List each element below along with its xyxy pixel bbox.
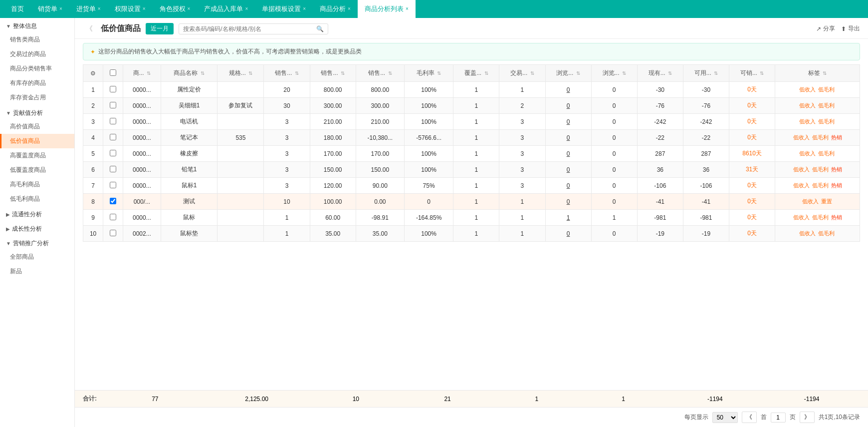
nav-close-icon[interactable]: × [98,0,101,18]
first-page-button[interactable]: 《 [742,412,757,423]
col-header-name[interactable]: 商品名称 ⇅ [161,65,217,82]
row-checkbox[interactable] [110,134,116,140]
nav-item-权限设置[interactable]: 权限设置× [108,0,153,18]
select-all-checkbox[interactable] [110,69,116,76]
sidebar-item-库存资金占用[interactable]: 库存资金占用 [0,90,74,105]
views-link[interactable]: 0 [567,118,570,125]
col-header-current_stock[interactable]: 现有... ⇅ [637,65,683,82]
nav-item-销货单[interactable]: 销货单× [31,0,69,18]
nav-item-角色授权[interactable]: 角色授权× [153,0,198,18]
nav-item-进货单[interactable]: 进货单× [69,0,108,18]
col-header-code[interactable]: 商... ⇅ [123,65,161,82]
cell-checkbox[interactable] [103,210,123,226]
sidebar-group-流通性分析[interactable]: ▶流通性分析 [0,206,74,221]
views-link[interactable]: 0 [567,166,570,173]
cell-checkbox[interactable] [103,114,123,130]
sidebar-item-销售类商品[interactable]: 销售类商品 [0,32,74,47]
sidebar-item-新品[interactable]: 新品 [0,264,74,279]
cell-views1[interactable]: 0 [545,194,591,210]
search-input[interactable] [183,25,314,32]
row-checkbox[interactable] [110,198,116,204]
row-checkbox[interactable] [110,118,116,124]
col-header-checkbox[interactable] [103,65,123,82]
col-header-spec[interactable]: 规格... ⇅ [217,65,264,82]
cell-views1[interactable]: 0 [545,178,591,194]
sidebar-item-全部商品[interactable]: 全部商品 [0,250,74,264]
nav-item-商品分析[interactable]: 商品分析× [313,0,358,18]
collapse-button[interactable]: 《 [83,23,96,34]
col-header-tags[interactable]: 标签 ⇅ [775,65,860,82]
nav-item-商品分析列表[interactable]: 商品分析列表× [358,0,416,18]
col-header-settings[interactable]: ⚙ [83,65,103,82]
sidebar-item-低价值商品[interactable]: 低价值商品 [0,134,74,148]
nav-close-icon[interactable]: × [406,0,409,18]
row-checkbox[interactable] [110,182,116,188]
sidebar-item-低覆盖度商品[interactable]: 低覆盖度商品 [0,163,74,177]
sidebar-item-高覆盖度商品[interactable]: 高覆盖度商品 [0,148,74,163]
cell-checkbox[interactable] [103,146,123,162]
search-icon[interactable]: 🔍 [316,25,324,32]
views-link[interactable]: 0 [567,182,570,189]
cell-views1[interactable]: 0 [545,146,591,162]
sidebar-item-有库存的商品[interactable]: 有库存的商品 [0,76,74,90]
nav-close-icon[interactable]: × [143,0,146,18]
sidebar-item-商品分类销售率[interactable]: 商品分类销售率 [0,61,74,76]
sidebar-group-贡献值分析[interactable]: ▼贡献值分析 [0,105,74,119]
cell-checkbox[interactable] [103,98,123,114]
cell-views1[interactable]: 0 [545,114,591,130]
sidebar-group-营销推广分析[interactable]: ▼营销推广分析 [0,235,74,250]
nav-item-单据模板设置[interactable]: 单据模板设置× [255,0,313,18]
sidebar-group-成长性分析[interactable]: ▶成长性分析 [0,221,74,235]
views-link[interactable]: 0 [567,102,570,109]
nav-close-icon[interactable]: × [188,0,191,18]
cell-checkbox[interactable] [103,194,123,210]
col-header-coverage[interactable]: 覆盖... ⇅ [453,65,499,82]
next-page-button[interactable]: 》 [800,412,815,423]
cell-checkbox[interactable] [103,130,123,146]
row-checkbox[interactable] [110,230,116,236]
col-header-gross_margin[interactable]: 毛利率 ⇅ [404,65,453,82]
col-header-sales_cost[interactable]: 销售... ⇅ [356,65,404,82]
cell-checkbox[interactable] [103,82,123,98]
row-checkbox[interactable] [110,166,116,172]
cell-checkbox[interactable] [103,226,123,242]
nav-item-首页[interactable]: 首页 [4,0,31,18]
export-button[interactable]: ⬆ 导出 [841,24,860,33]
views-link[interactable]: 0 [567,230,570,237]
views-link[interactable]: 1 [567,214,570,221]
filter-recent-month-button[interactable]: 近一月 [146,23,174,34]
nav-item-产成品入库单[interactable]: 产成品入库单× [197,0,255,18]
cell-checkbox[interactable] [103,162,123,178]
row-checkbox[interactable] [110,150,116,156]
col-header-available[interactable]: 可用... ⇅ [683,65,729,82]
cell-views1[interactable]: 0 [545,226,591,242]
row-checkbox[interactable] [110,102,116,108]
row-checkbox[interactable] [110,86,116,92]
nav-close-icon[interactable]: × [348,0,351,18]
share-button[interactable]: ↗ 分享 [816,24,835,33]
cell-views1[interactable]: 0 [545,130,591,146]
cell-views1[interactable]: 0 [545,98,591,114]
col-header-sales_amount[interactable]: 销售... ⇅ [310,65,356,82]
col-header-sales_qty[interactable]: 销售... ⇅ [264,65,310,82]
row-checkbox[interactable] [110,214,116,220]
col-header-views1[interactable]: 浏览... ⇅ [545,65,591,82]
sidebar-item-交易过的商品[interactable]: 交易过的商品 [0,47,74,61]
nav-close-icon[interactable]: × [59,0,62,18]
sidebar-item-高毛利商品[interactable]: 高毛利商品 [0,177,74,192]
views-link[interactable]: 0 [567,86,570,93]
sidebar-group-整体信息[interactable]: ▼整体信息 [0,18,74,32]
col-header-transactions[interactable]: 交易... ⇅ [499,65,545,82]
cell-views1[interactable]: 1 [545,210,591,226]
views-link[interactable]: 0 [567,198,570,205]
col-header-views2[interactable]: 浏览... ⇅ [591,65,637,82]
col-header-sellable[interactable]: 可销... ⇅ [729,65,775,82]
views-link[interactable]: 0 [567,150,570,157]
nav-close-icon[interactable]: × [245,0,248,18]
cell-views1[interactable]: 0 [545,82,591,98]
cell-checkbox[interactable] [103,178,123,194]
cell-views1[interactable]: 0 [545,162,591,178]
page-number-input[interactable] [771,413,786,423]
per-page-select[interactable]: 50 100 [712,412,738,423]
nav-close-icon[interactable]: × [303,0,306,18]
